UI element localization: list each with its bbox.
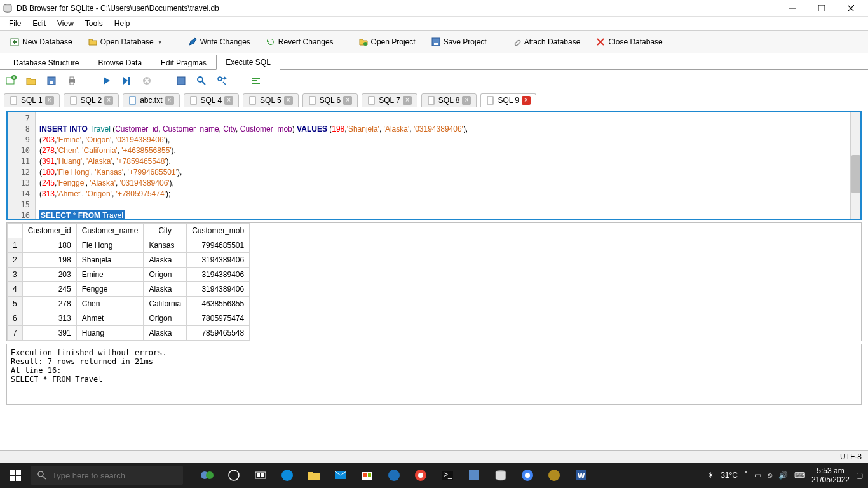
row-number[interactable]: 6 (8, 311, 23, 326)
table-row[interactable]: 3203EmineOrigon3194389406 (8, 268, 250, 282)
sql-tab-5[interactable]: SQL 6× (302, 93, 358, 107)
cell[interactable]: 7805975474 (187, 311, 250, 326)
row-number[interactable]: 2 (8, 253, 23, 268)
cortana-icon[interactable] (221, 463, 247, 488)
close-tab-icon[interactable]: × (403, 96, 412, 105)
sql-tab-3[interactable]: SQL 4× (184, 93, 240, 107)
tab-database-structure[interactable]: Database Structure (4, 55, 88, 70)
cell[interactable]: 198 (22, 253, 76, 268)
table-row[interactable]: 4245FenggeAlaska3194389406 (8, 282, 250, 297)
close-tab-icon[interactable]: × (104, 96, 113, 105)
attach-database-button[interactable]: Attach Database (506, 34, 587, 50)
sql-tab-4[interactable]: SQL 5× (243, 93, 299, 107)
run-icon[interactable] (99, 74, 113, 88)
row-number[interactable]: 1 (8, 238, 23, 253)
wifi-icon[interactable]: ⎋ (768, 471, 772, 480)
find-replace-icon[interactable] (215, 74, 229, 88)
sql-tab-1[interactable]: SQL 2× (64, 93, 119, 107)
row-number[interactable]: 4 (8, 282, 23, 297)
cell[interactable]: 3194389406 (187, 282, 250, 297)
store-icon[interactable] (355, 463, 380, 488)
notifications-icon[interactable]: ▢ (856, 471, 863, 480)
open-sql-icon[interactable] (24, 74, 38, 88)
widgets-icon[interactable] (194, 463, 220, 488)
cell[interactable]: 203 (22, 268, 76, 282)
edge-icon[interactable] (275, 463, 300, 488)
taskbar-search[interactable] (31, 466, 183, 485)
menu-tools[interactable]: Tools (80, 18, 108, 29)
revert-changes-button[interactable]: Revert Changes (260, 34, 339, 50)
sql-tab-2[interactable]: abc.txt× (123, 93, 179, 107)
cell[interactable]: California (144, 297, 187, 311)
table-row[interactable]: 6313AhmetOrigon7805975474 (8, 311, 250, 326)
word-icon[interactable]: W (568, 463, 593, 488)
results-grid[interactable]: Customer_idCustomer_nameCityCustomer_mob… (6, 222, 862, 341)
table-row[interactable]: 7391HuangAlaska7859465548 (8, 326, 250, 341)
open-project-button[interactable]: Open Project (353, 34, 421, 50)
chrome-icon[interactable] (408, 463, 433, 488)
sql-editor[interactable]: 78910111213141516 INSERT INTO Travel (Cu… (6, 111, 862, 220)
battery-icon[interactable]: ▭ (754, 471, 761, 480)
open-database-button[interactable]: Open Database ▼ (82, 34, 168, 50)
cell[interactable]: 7994685501 (187, 238, 250, 253)
weather-icon[interactable]: ☀ (707, 471, 714, 480)
cell[interactable]: 245 (22, 282, 76, 297)
taskbar-search-input[interactable] (52, 471, 177, 480)
row-number[interactable]: 3 (8, 268, 23, 282)
minimize-button[interactable] (778, 0, 807, 17)
cell[interactable]: 7859465548 (187, 326, 250, 341)
code-area[interactable]: INSERT INTO Travel (Customer_id, Custome… (36, 112, 850, 219)
tab-edit-pragmas[interactable]: Edit Pragmas (151, 55, 216, 70)
tab-browse-data[interactable]: Browse Data (88, 55, 151, 70)
close-tab-icon[interactable]: × (45, 96, 54, 105)
tray-chevron-icon[interactable]: ˄ (744, 471, 748, 480)
cell[interactable]: Fie Hong (76, 238, 144, 253)
cell[interactable]: 3194389406 (187, 268, 250, 282)
cell[interactable]: Shanjela (76, 253, 144, 268)
menu-file[interactable]: File (4, 18, 26, 29)
table-row[interactable]: 5278ChenCalifornia4638556855 (8, 297, 250, 311)
column-header[interactable]: Customer_id (22, 224, 76, 238)
cell[interactable]: Origon (144, 311, 187, 326)
write-changes-button[interactable]: Write Changes (182, 34, 256, 50)
column-header[interactable]: Customer_name (76, 224, 144, 238)
row-number[interactable]: 5 (8, 297, 23, 311)
sql-tab-6[interactable]: SQL 7× (362, 93, 417, 107)
cell[interactable]: Ahmet (76, 311, 144, 326)
execution-log[interactable]: Execution finished without errors. Resul… (6, 344, 862, 405)
sql-tab-7[interactable]: SQL 8× (421, 93, 477, 107)
app-icon-2[interactable] (461, 463, 487, 488)
app-icon-1[interactable] (381, 463, 407, 488)
tab-execute-sql[interactable]: Execute SQL (216, 55, 280, 70)
cell[interactable]: Origon (144, 268, 187, 282)
close-tab-icon[interactable]: × (284, 96, 293, 105)
close-tab-icon[interactable]: × (343, 96, 352, 105)
cell[interactable]: 313 (22, 311, 76, 326)
cell[interactable]: 4638556855 (187, 297, 250, 311)
maximize-button[interactable] (807, 0, 836, 17)
volume-icon[interactable]: 🔊 (778, 471, 788, 480)
table-row[interactable]: 2198ShanjelaAlaska3194389406 (8, 253, 250, 268)
close-database-button[interactable]: Close Database (590, 34, 668, 50)
language-icon[interactable]: ⌨ (794, 471, 805, 480)
save-results-icon[interactable] (174, 74, 188, 88)
row-number[interactable]: 7 (8, 326, 23, 341)
weather-temp[interactable]: 31°C (721, 471, 738, 480)
terminal-icon[interactable]: >_ (435, 463, 460, 488)
menu-help[interactable]: Help (109, 18, 135, 29)
chrome-icon-2[interactable] (515, 463, 540, 488)
find-icon[interactable] (194, 74, 208, 88)
table-row[interactable]: 1180Fie HongKansas7994685501 (8, 238, 250, 253)
app-icon-3[interactable] (541, 463, 567, 488)
cell[interactable]: 278 (22, 297, 76, 311)
mail-icon[interactable] (328, 463, 353, 488)
close-tab-icon[interactable]: × (224, 96, 233, 105)
sql-tab-8[interactable]: SQL 9× (480, 93, 536, 107)
start-button[interactable] (0, 463, 31, 488)
new-database-button[interactable]: New Database (4, 34, 78, 50)
cell[interactable]: Alaska (144, 253, 187, 268)
cell[interactable]: Kansas (144, 238, 187, 253)
close-tab-icon[interactable]: × (522, 96, 531, 105)
close-button[interactable] (836, 0, 865, 17)
vertical-scrollbar[interactable] (850, 112, 860, 219)
